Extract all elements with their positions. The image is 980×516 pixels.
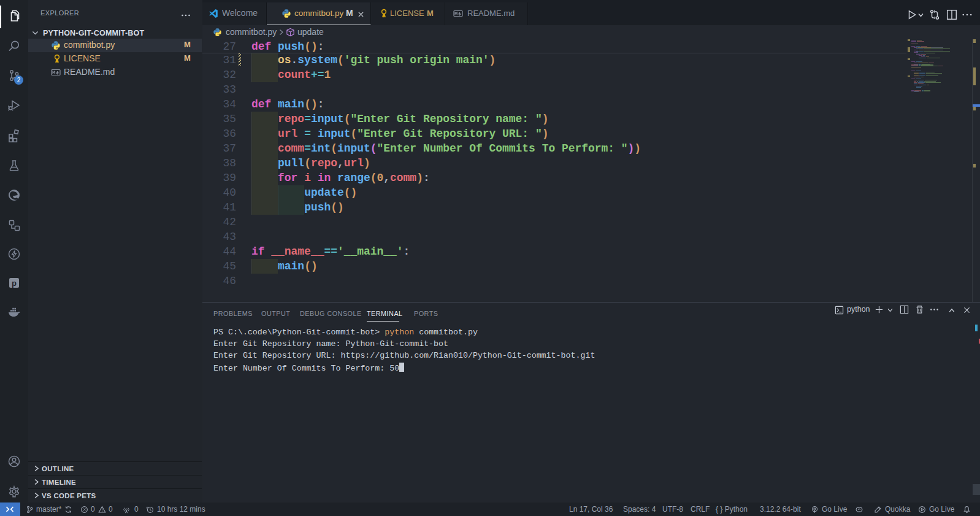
svg-text:p: p — [12, 279, 17, 288]
